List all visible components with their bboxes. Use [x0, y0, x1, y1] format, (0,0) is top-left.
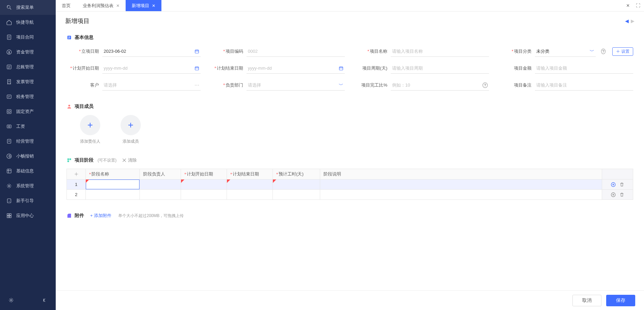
next-icon[interactable]: ▶ [631, 18, 635, 24]
cell-start[interactable] [181, 190, 227, 199]
cell-end[interactable] [227, 180, 273, 189]
delete-row-icon[interactable] [619, 182, 624, 187]
close-all-icon[interactable]: ✕ [624, 2, 632, 10]
collapse-icon[interactable] [42, 297, 48, 303]
sidebar-bottom [0, 293, 56, 310]
plan-start-input[interactable] [104, 66, 192, 71]
sidebar-item-tax[interactable]: 税务管理 [0, 89, 56, 104]
footer: 取消 保存 [56, 290, 644, 310]
save-button[interactable]: 保存 [606, 295, 635, 306]
amount-input[interactable] [536, 66, 632, 71]
text-input[interactable] [391, 46, 489, 57]
asset-icon [6, 109, 12, 115]
cancel-button[interactable]: 取消 [572, 295, 601, 306]
sidebar-item-search-menu[interactable]: 搜索菜单 [0, 0, 56, 15]
plus-icon: + [80, 115, 100, 135]
svg-point-6 [8, 111, 10, 113]
close-icon[interactable]: ✕ [116, 3, 120, 8]
sidebar-item-fixed-asset[interactable]: 固定资产 [0, 104, 56, 119]
text-input[interactable]: ? [391, 80, 489, 91]
date-input[interactable] [102, 46, 201, 57]
text-input[interactable] [247, 46, 345, 57]
date-input[interactable] [247, 63, 345, 74]
cell-name[interactable] [86, 190, 140, 199]
add-row-icon[interactable] [611, 192, 616, 197]
dept-input[interactable] [248, 82, 337, 88]
cell-end[interactable] [227, 190, 273, 199]
calendar-icon[interactable] [339, 66, 343, 71]
expand-icon[interactable]: ⛶ [634, 2, 642, 10]
svg-rect-16 [7, 216, 9, 218]
field-label: *项目名称 [355, 48, 387, 54]
sidebar-item-guide[interactable]: 新手引导 [0, 193, 56, 208]
complete-input[interactable] [392, 82, 483, 88]
col-end: *计划结束日期 [227, 169, 273, 179]
select-input[interactable]: ﹀ [247, 80, 345, 91]
sidebar-item-apps[interactable]: 应用中心 [0, 208, 56, 223]
settings-button[interactable]: 设置 [612, 47, 633, 56]
cell-desc[interactable] [320, 180, 602, 189]
field-label: 项目完工比% [355, 82, 387, 88]
gear-icon[interactable] [8, 297, 14, 303]
lookup-input[interactable]: ⋯ [102, 80, 201, 91]
sidebar-item-reimburse[interactable]: 小畅报销 [0, 149, 56, 164]
text-input[interactable] [535, 63, 633, 74]
customer-input[interactable] [104, 82, 192, 88]
more-icon[interactable]: ⋯ [195, 82, 199, 88]
calendar-icon[interactable] [195, 66, 199, 71]
cell-hours[interactable] [273, 190, 320, 199]
add-member-button[interactable]: + 添加成员 [121, 115, 141, 144]
sidebar-item-quick-nav[interactable]: 快捷导航 [0, 15, 56, 30]
prev-icon[interactable]: ◀ [625, 18, 629, 24]
field-category: *项目分类 ﹀ ? 设置 [499, 46, 633, 57]
cell-desc[interactable] [320, 190, 602, 199]
system-icon [6, 183, 12, 189]
text-input[interactable] [535, 80, 633, 91]
sidebar-item-invoice[interactable]: 发票管理 [0, 74, 56, 89]
sidebar-item-funds[interactable]: 资金管理 [0, 45, 56, 59]
close-icon[interactable]: ✕ [152, 3, 155, 8]
category-input[interactable] [536, 49, 588, 54]
add-attachment-link[interactable]: + 添加附件 [90, 213, 111, 219]
chevron-down-icon[interactable]: ﹀ [339, 82, 343, 88]
clear-link[interactable]: 清除 [122, 157, 137, 163]
base-icon [6, 168, 12, 174]
chevron-down-icon[interactable]: ﹀ [590, 48, 594, 54]
select-input[interactable]: ﹀ [535, 46, 596, 57]
cell-start[interactable] [181, 180, 227, 189]
add-row-icon[interactable] [611, 182, 616, 187]
add-owner-button[interactable]: + 添加责任人 [80, 115, 100, 144]
tab-profit-estimate[interactable]: 业务利润预估表 ✕ [77, 0, 126, 11]
sidebar-item-operation[interactable]: 经营管理 [0, 134, 56, 149]
calendar-icon[interactable] [195, 49, 199, 54]
sidebar-item-basic-info[interactable]: 基础信息 [0, 164, 56, 178]
cell-name[interactable] [86, 180, 140, 189]
help-icon[interactable]: ? [483, 82, 488, 88]
sidebar-item-system[interactable]: 系统管理 [0, 178, 56, 193]
header-gear[interactable] [67, 169, 86, 179]
section-stages-icon [67, 158, 72, 163]
date-input[interactable] [102, 63, 201, 74]
sidebar-item-project-contract[interactable]: 项目合同 [0, 30, 56, 45]
stage-row[interactable]: 1 [67, 179, 633, 189]
cell-owner[interactable] [140, 190, 181, 199]
init-date-input[interactable] [104, 49, 192, 54]
plan-end-input[interactable] [248, 66, 337, 71]
sidebar-item-label: 基础信息 [16, 168, 34, 174]
text-input[interactable] [391, 63, 489, 74]
code-input[interactable] [248, 49, 343, 54]
name-input[interactable] [392, 49, 488, 54]
tab-new-project[interactable]: 新增项目 ✕ [126, 0, 161, 11]
delete-row-icon[interactable] [619, 192, 624, 197]
cell-owner[interactable] [140, 180, 181, 189]
remark-input[interactable] [536, 82, 632, 88]
sidebar-item-label: 项目合同 [16, 34, 34, 40]
cycle-input[interactable] [392, 66, 488, 71]
help-icon[interactable]: ? [601, 49, 606, 54]
cell-hours[interactable] [273, 180, 320, 189]
sidebar-item-salary[interactable]: 工资 [0, 119, 56, 134]
stage-row[interactable]: 2 [67, 189, 633, 199]
svg-point-24 [68, 105, 70, 106]
tab-home[interactable]: 首页 [56, 0, 77, 11]
sidebar-item-ledger[interactable]: 总账管理 [0, 59, 56, 74]
